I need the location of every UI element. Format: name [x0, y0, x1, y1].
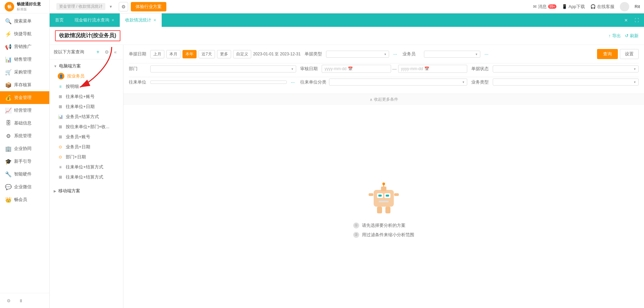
member-icon: 👑 [5, 197, 11, 203]
smarthw-icon: 🔧 [5, 171, 11, 177]
date-btn-this-year[interactable]: 本年 [182, 50, 197, 58]
svg-rect-6 [386, 195, 389, 197]
clock-icon-8: ⊙ [58, 154, 63, 160]
sidebar-item-guide[interactable]: 🎓 新手引导 [0, 155, 49, 168]
scheme-settings-btn[interactable]: ⚙ [103, 48, 110, 56]
scheme-group-pc-header[interactable]: ▼ 电脑端方案 [50, 61, 123, 71]
scheme-group-mobile: ▶ 移动端方案 [50, 184, 123, 198]
scheme-item-10[interactable]: ⊞ 往来单位+结算方式 [50, 172, 123, 182]
operation-icon: 📈 [5, 107, 11, 113]
svg-rect-2 [374, 190, 394, 207]
sidebar-item-fund[interactable]: 💰 资金管理 [0, 91, 49, 104]
scheme-item-5[interactable]: ⊞ 按往来单位+部门+收... [50, 122, 123, 132]
sidebar-item-basic[interactable]: 🗄 基础信息 [0, 117, 49, 130]
online-service-btn[interactable]: 🎧 在线客服 [590, 4, 614, 10]
sidebar-item-quicknav[interactable]: ⚡ 快捷导航 [0, 28, 49, 40]
collection-tab-close[interactable]: ✕ [153, 18, 156, 22]
filter-settings-btn[interactable]: 设置 [620, 49, 639, 59]
counter-party-ellipsis[interactable]: ··· [289, 79, 296, 86]
doc-type-arrow: ▾ [384, 52, 386, 56]
date-btn-last-month[interactable]: 上月 [150, 50, 164, 58]
doc-type-ellipsis[interactable]: ··· [392, 51, 398, 57]
sidebar-item-system[interactable]: ⚙ 系统管理 [0, 130, 49, 142]
biz-type-select[interactable]: ▾ [493, 79, 639, 86]
sidebar-item-marketing[interactable]: 📢 营销推广 [0, 40, 49, 53]
scheme-item-4[interactable]: 📊 业务员+结算方式 [50, 112, 123, 122]
audit-date-filter: 审核日期 yyyy-mm-dd 📅 — yyyy-mm-dd 📅 [300, 65, 468, 73]
sidebar-bottom: ⚙ ⏸ [0, 293, 49, 308]
sidebar-item-purchase[interactable]: 🛒 采购管理 [0, 66, 49, 79]
scheme-item-2[interactable]: ⊞ 往来单位+账号 [50, 92, 123, 102]
scheme-item-7[interactable]: ⊙ 业务员+日期 [50, 142, 123, 152]
audit-date-start[interactable]: yyyy-mm-dd 📅 [322, 65, 391, 73]
sidebar-item-enterprise[interactable]: 🏢 企业协同 [0, 142, 49, 155]
list-icon: ≡ [58, 84, 63, 89]
refresh-btn[interactable]: ↺ 刷新 [625, 33, 639, 39]
audit-date-end[interactable]: yyyy-mm-dd 📅 [398, 65, 468, 73]
counter-party-cat-select[interactable]: ▾ [329, 79, 468, 86]
sidebar-settings-btn[interactable]: ⚙ [4, 296, 13, 305]
dept-arrow: ▾ [291, 67, 293, 71]
user-avatar[interactable] [620, 2, 629, 11]
scheme-item-3[interactable]: ⊞ 往来单位+日期 [50, 102, 123, 112]
tab-close-all-btn[interactable]: ✕ [621, 15, 631, 25]
export-btn[interactable]: ↑ 导出 [609, 33, 621, 39]
pc-group-label: 电脑端方案 [59, 63, 81, 69]
tab-collection[interactable]: 收款情况统计 ✕ [120, 13, 162, 27]
counter-party-cat-arrow: ▾ [463, 80, 464, 84]
tab-maximize-btn[interactable]: ⛶ [632, 15, 641, 25]
sidebar-item-operation[interactable]: 📈 经营管理 [0, 104, 49, 117]
date-btn-more[interactable]: 更多 [217, 50, 231, 58]
scheme-header-btns: + ⚙ « [94, 48, 119, 56]
scheme-item-6[interactable]: ⊞ 业务员+账号 [50, 132, 123, 142]
empty-steps: ① 请先选择要分析的方案 ② 用过滤条件来缩小分析范围 [353, 222, 414, 238]
svg-point-10 [382, 183, 385, 185]
header-gear-btn[interactable]: ⚙ [119, 2, 128, 11]
biz-type-label: 业务类型 [471, 79, 490, 85]
collapse-bar[interactable]: ∧ 收起更多条件 [123, 94, 644, 105]
date-btn-custom[interactable]: 自定义 [233, 50, 251, 58]
step-num-2: ② [353, 232, 359, 238]
trial-btn[interactable]: 体验行业方案 [131, 2, 166, 11]
dept-select[interactable]: ▾ [150, 65, 296, 72]
doc-type-select[interactable]: ▾ [326, 51, 389, 58]
scheme-collapse-btn[interactable]: « [112, 48, 119, 56]
headset-icon: 🎧 [590, 4, 596, 9]
scheme-group-mobile-header[interactable]: ▶ 移动端方案 [50, 186, 123, 196]
search-icon: 🔍 [5, 18, 11, 24]
sidebar-item-inventory[interactable]: 📦 库存核算 [0, 79, 49, 91]
date-btn-7days[interactable]: 近7天 [199, 50, 215, 58]
collapse-arrow-icon: ∧ [370, 97, 373, 102]
step-num-1: ① [353, 222, 359, 228]
sidebar-item-search[interactable]: 🔍 搜索菜单 [0, 15, 49, 28]
messages-btn[interactable]: ✉ 消息 99+ [533, 4, 556, 10]
counter-party-select[interactable] [150, 81, 287, 84]
scheme-add-btn[interactable]: + [94, 48, 102, 56]
doc-status-select[interactable]: ▾ [493, 65, 639, 72]
user-name[interactable]: Rit [635, 4, 640, 9]
tab-home[interactable]: 首页 [50, 13, 69, 27]
sidebar-collapse-btn[interactable]: ⏸ [16, 296, 25, 305]
scheme-item-1[interactable]: ≡ 按明细 [50, 82, 123, 92]
salesperson-select[interactable]: ▾ [424, 51, 480, 58]
header-dropdown-btn[interactable]: ▾ [108, 4, 113, 9]
salesperson-ellipsis[interactable]: ··· [483, 51, 490, 57]
counter-party-cat-filter: 往来单位分类 ▾ [300, 79, 468, 86]
empty-step-2: ② 用过滤条件来缩小分析范围 [353, 232, 414, 238]
app-download-btn[interactable]: 📱 App下载 [562, 4, 585, 10]
action-btns: 查询 设置 [597, 49, 639, 59]
date-btn-this-month[interactable]: 本月 [166, 50, 180, 58]
scheme-item-0[interactable]: 👤 按业务员 [50, 71, 123, 82]
doc-status-arrow: ▾ [634, 67, 636, 71]
sidebar-item-sales[interactable]: 📊 销售管理 [0, 53, 49, 66]
salesperson-label: 业务员 [402, 51, 421, 57]
sidebar-item-wechat[interactable]: 💬 企业微信 [0, 181, 49, 193]
scheme-group-pc: ▼ 电脑端方案 👤 按业务员 ≡ 按明细 ⊞ 往来单位+账号 [50, 59, 123, 184]
tab-bank[interactable]: 现金银行流水查询 ✕ [69, 13, 120, 27]
scheme-item-9[interactable]: ≡ 往来单位+结算方式 [50, 162, 123, 172]
sidebar-item-member[interactable]: 👑 畅会员 [0, 193, 49, 206]
sidebar-item-smarthw[interactable]: 🔧 智能硬件 [0, 168, 49, 181]
scheme-item-8[interactable]: ⊙ 部门+日期 [50, 152, 123, 162]
query-btn[interactable]: 查询 [597, 49, 618, 59]
bank-tab-close[interactable]: ✕ [111, 18, 114, 22]
